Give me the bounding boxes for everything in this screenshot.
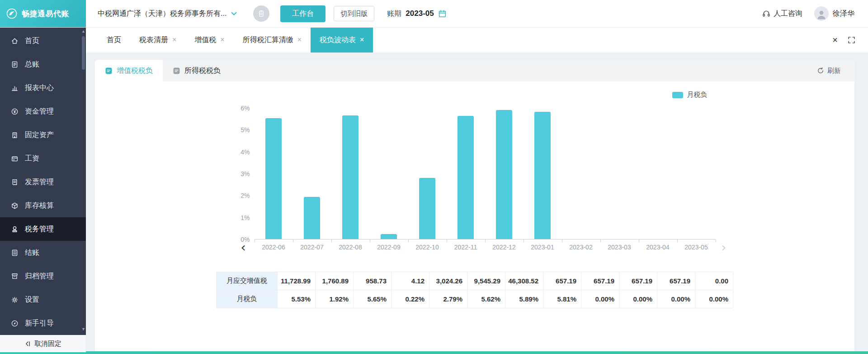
support-link[interactable]: 人工咨询 bbox=[762, 9, 802, 19]
y-axis-label: 1% bbox=[230, 214, 250, 221]
bar-2022-10[interactable] bbox=[419, 178, 435, 239]
x-axis-label: 2022-11 bbox=[447, 239, 485, 251]
chart-column bbox=[447, 108, 485, 239]
sidebar-item-closing[interactable]: 结账 bbox=[0, 241, 86, 264]
workbench-button[interactable]: 工作台 bbox=[280, 5, 326, 22]
table-cell: 657.19 bbox=[619, 272, 657, 290]
chevron-down-icon bbox=[231, 12, 237, 16]
sidebar-item-reports[interactable]: 报表中心 bbox=[0, 76, 86, 100]
tab-home[interactable]: 首页 bbox=[98, 27, 130, 53]
sidebar-item-label: 总账 bbox=[25, 60, 39, 69]
sidebar-item-label: 设置 bbox=[25, 295, 39, 305]
payroll-icon bbox=[11, 155, 19, 163]
sidebar-item-payroll[interactable]: 工资 bbox=[0, 147, 86, 170]
notes-icon[interactable] bbox=[253, 5, 269, 22]
invoice-icon bbox=[11, 178, 19, 186]
refresh-icon bbox=[817, 67, 824, 74]
tab-close-icon[interactable]: × bbox=[172, 36, 176, 43]
x-axis-label: 2022-09 bbox=[370, 239, 408, 251]
table-row: 月税负5.53%1.92%5.65%0.22%2.79%5.62%5.89%5.… bbox=[217, 290, 733, 308]
sidebar-item-assets[interactable]: 固定资产 bbox=[0, 123, 86, 147]
tab-vat[interactable]: 增值税× bbox=[185, 27, 233, 53]
sidebar-item-archive[interactable]: 归档管理 bbox=[0, 264, 86, 288]
table-cell: 46,308.52 bbox=[505, 272, 543, 290]
tab-income-burden[interactable]: 所得税税负 bbox=[163, 60, 231, 81]
company-selector[interactable]: 中税网通广泽（天津）税务师事务所有... bbox=[98, 9, 237, 19]
table-cell: 0.22% bbox=[392, 290, 429, 308]
chart-next-icon[interactable]: › bbox=[721, 241, 726, 254]
support-label: 人工咨询 bbox=[774, 9, 802, 19]
tab-vat-burden[interactable]: 增值税税负 bbox=[95, 60, 163, 81]
user-menu[interactable]: 徐泽华 bbox=[814, 6, 868, 21]
app-root: 畅捷通易代账 中税网通广泽（天津）税务师事务所有... 工作台 切到旧版 账期 … bbox=[0, 0, 868, 354]
sidebar-scrollbar-thumb[interactable] bbox=[82, 36, 85, 70]
tab-tax-register[interactable]: 税表清册× bbox=[130, 27, 185, 53]
plot bbox=[255, 108, 716, 239]
bar-2022-09[interactable] bbox=[381, 234, 397, 239]
open-tabs: 首页税表清册×增值税×所得税汇算清缴×税负波动表× bbox=[98, 27, 373, 53]
sidebar-item-settings[interactable]: 设置 bbox=[0, 288, 86, 311]
tab-close-icon[interactable]: × bbox=[220, 36, 224, 43]
income-tab-icon bbox=[173, 67, 180, 75]
sidebar-scroll-down-icon[interactable]: ▼ bbox=[81, 327, 85, 331]
sidebar-item-label: 报表中心 bbox=[25, 83, 54, 93]
app-body: 首页总账报表中心资金管理固定资产工资发票管理库存核算税务管理结账归档管理设置新手… bbox=[0, 27, 868, 351]
chart-column bbox=[677, 108, 716, 239]
vat-tab-label: 增值税税负 bbox=[117, 66, 153, 76]
sidebar-item-label: 归档管理 bbox=[25, 272, 54, 281]
y-axis-label: 4% bbox=[230, 148, 250, 156]
sidebar-item-ledger[interactable]: 总账 bbox=[0, 53, 86, 76]
tab-income-tax[interactable]: 所得税汇算清缴× bbox=[234, 27, 311, 53]
sidebar-item-invoice[interactable]: 发票管理 bbox=[0, 170, 86, 194]
username: 徐泽华 bbox=[833, 9, 854, 19]
chart-column bbox=[408, 108, 447, 239]
funds-icon bbox=[11, 108, 19, 115]
card-tab-strip: 增值税税负 所得税税负 刷新 bbox=[95, 60, 854, 81]
sidebar-scroll-up-icon[interactable]: ▲ bbox=[81, 29, 85, 33]
close-icon[interactable]: × bbox=[832, 35, 838, 44]
row-label: 月税负 bbox=[217, 290, 278, 308]
table-row: 月应交增值税11,728.991,760.89958.734.123,024.2… bbox=[217, 272, 733, 290]
bar-2022-11[interactable] bbox=[458, 116, 474, 239]
calendar-icon[interactable] bbox=[438, 10, 447, 18]
bar-2022-12[interactable] bbox=[496, 110, 512, 239]
brand-logo[interactable]: 畅捷通易代账 bbox=[0, 0, 86, 27]
table-cell: 5.65% bbox=[354, 290, 392, 308]
sidebar-item-label: 税务管理 bbox=[25, 225, 54, 234]
tab-close-icon[interactable]: × bbox=[297, 36, 302, 43]
bar-2022-08[interactable] bbox=[342, 115, 359, 239]
sidebar-item-label: 结账 bbox=[25, 248, 39, 258]
footer-accent bbox=[0, 351, 868, 354]
table-cell: 5.81% bbox=[543, 290, 581, 308]
legend-label: 月税负 bbox=[687, 91, 708, 99]
bar-2022-07[interactable] bbox=[304, 197, 320, 239]
tab-label: 税负波动表 bbox=[320, 35, 356, 45]
fullscreen-icon[interactable] bbox=[848, 36, 855, 44]
guide-icon bbox=[11, 320, 19, 327]
switch-old-version-button[interactable]: 切到旧版 bbox=[334, 6, 374, 21]
inventory-icon bbox=[11, 202, 19, 210]
bar-2022-06[interactable] bbox=[265, 118, 282, 239]
vat-tab-icon bbox=[105, 67, 113, 75]
sidebar-item-home[interactable]: 首页 bbox=[0, 29, 86, 53]
chart-legend: 月税负 bbox=[234, 91, 716, 99]
bar-2023-01[interactable] bbox=[534, 112, 551, 239]
sidebar-item-tax[interactable]: 税务管理 bbox=[0, 217, 86, 241]
sidebar-item-funds[interactable]: 资金管理 bbox=[0, 100, 86, 123]
headset-icon bbox=[762, 10, 770, 18]
chart-column bbox=[293, 108, 331, 239]
period-label: 账期 bbox=[387, 9, 401, 19]
chart-prev-icon[interactable]: ‹ bbox=[241, 241, 246, 254]
refresh-button[interactable]: 刷新 bbox=[817, 60, 854, 81]
unpin-button[interactable]: 取消固定 bbox=[0, 335, 86, 352]
table-cell: 4.12 bbox=[392, 272, 429, 290]
sidebar-item-guide[interactable]: 新手引导 bbox=[0, 311, 86, 335]
tab-tax-fluctuation[interactable]: 税负波动表× bbox=[311, 27, 373, 53]
tab-close-icon[interactable]: × bbox=[360, 36, 364, 43]
period-value[interactable]: 2023-05 bbox=[406, 9, 434, 18]
tab-label: 首页 bbox=[107, 35, 121, 45]
x-axis-label: 2023-03 bbox=[600, 239, 639, 251]
content-area: 增值税税负 所得税税负 刷新 bbox=[86, 53, 868, 351]
sidebar-item-inventory[interactable]: 库存核算 bbox=[0, 194, 86, 217]
company-name: 中税网通广泽（天津）税务师事务所有... bbox=[98, 9, 226, 19]
